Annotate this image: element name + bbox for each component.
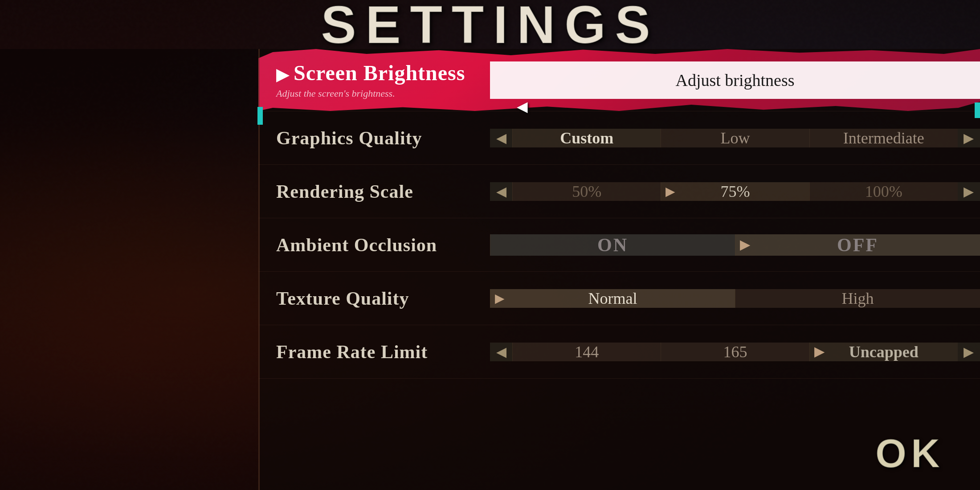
texture-quality-arrow: ▶ <box>495 291 505 306</box>
ambient-occlusion-label: Ambient Occlusion <box>258 218 490 271</box>
settings-panel: Screen Brightness Adjust the screen's br… <box>258 49 980 490</box>
ambient-occlusion-name: Ambient Occlusion <box>276 234 472 256</box>
frame-rate-left-arrow[interactable]: ◀ <box>490 343 512 361</box>
texture-quality-name: Texture Quality <box>276 288 472 309</box>
screen-brightness-controls: Adjust brightness <box>490 49 980 111</box>
ambient-occlusion-controls: ON ▶ OFF <box>490 218 980 271</box>
ambient-occlusion-arrow: ▶ <box>740 237 751 252</box>
frame-rate-limit-label: Frame Rate Limit <box>258 325 490 378</box>
rendering-scale-name: Rendering Scale <box>276 181 472 202</box>
rendering-scale-controls: ◀ 50% ▶ 75% 100% ▶ <box>490 165 980 218</box>
rendering-scale-left-arrow[interactable]: ◀ <box>490 182 512 201</box>
ambient-occlusion-on[interactable]: ON <box>490 234 735 256</box>
rendering-scale-right-arrow[interactable]: ▶ <box>958 182 980 201</box>
adjust-brightness-button[interactable]: Adjust brightness <box>490 61 980 99</box>
screen-brightness-desc: Adjust the screen's brightness. <box>276 88 472 99</box>
graphics-quality-low[interactable]: Low <box>661 129 809 147</box>
graphics-quality-controls: ◀ Custom Low Intermediate ▶ <box>490 111 980 164</box>
texture-quality-normal[interactable]: ▶ Normal <box>490 289 735 308</box>
texture-quality-high[interactable]: High <box>735 289 980 308</box>
texture-quality-label: Texture Quality <box>258 272 490 325</box>
rendering-scale-50[interactable]: 50% <box>512 182 661 201</box>
frame-rate-uncapped-arrow: ▶ <box>814 344 824 359</box>
graphics-quality-name: Graphics Quality <box>276 127 472 149</box>
screen-brightness-label: Screen Brightness Adjust the screen's br… <box>258 49 490 111</box>
page-title: SETTINGS <box>321 0 659 55</box>
teal-accent-right <box>975 102 980 118</box>
ambient-occlusion-tabs: ON ▶ OFF <box>490 234 980 256</box>
frame-rate-limit-tabs: ◀ 144 165 ▶ Uncapped ▶ <box>490 343 980 361</box>
ambient-occlusion-off[interactable]: ▶ OFF <box>735 234 980 256</box>
ambient-occlusion-row: Ambient Occlusion ON ▶ OFF <box>258 218 980 272</box>
rendering-scale-75[interactable]: ▶ 75% <box>661 182 809 201</box>
rendering-scale-tabs: ◀ 50% ▶ 75% 100% ▶ <box>490 182 980 201</box>
frame-rate-uncapped[interactable]: ▶ Uncapped <box>809 343 958 361</box>
rendering-scale-row: Rendering Scale ◀ 50% ▶ 75% 100% ▶ <box>258 165 980 218</box>
frame-rate-144[interactable]: 144 <box>512 343 661 361</box>
left-art-panel <box>0 49 258 490</box>
frame-rate-limit-controls: ◀ 144 165 ▶ Uncapped ▶ <box>490 325 980 378</box>
graphics-quality-tabs: ◀ Custom Low Intermediate ▶ <box>490 129 980 147</box>
rendering-scale-label: Rendering Scale <box>258 165 490 218</box>
frame-rate-165[interactable]: 165 <box>661 343 809 361</box>
graphics-quality-label: Graphics Quality <box>258 111 490 164</box>
screen-brightness-name: Screen Brightness <box>276 61 472 85</box>
frame-rate-limit-row: Frame Rate Limit ◀ 144 165 ▶ Uncapped ▶ <box>258 325 980 379</box>
frame-rate-limit-name: Frame Rate Limit <box>276 341 472 363</box>
texture-quality-row: Texture Quality ▶ Normal High <box>258 272 980 325</box>
rendering-scale-75-arrow: ▶ <box>666 184 675 199</box>
texture-quality-controls: ▶ Normal High <box>490 272 980 325</box>
texture-quality-tabs: ▶ Normal High <box>490 289 980 308</box>
rendering-scale-100[interactable]: 100% <box>809 182 958 201</box>
graphics-quality-left-arrow[interactable]: ◀ <box>490 129 512 147</box>
ok-button[interactable]: OK <box>875 431 944 477</box>
screen-brightness-row: Screen Brightness Adjust the screen's br… <box>258 49 980 111</box>
graphics-quality-custom[interactable]: Custom <box>512 129 661 147</box>
graphics-quality-intermediate[interactable]: Intermediate <box>809 129 958 147</box>
title-area: SETTINGS <box>0 0 980 49</box>
graphics-quality-row: Graphics Quality ◀ Custom Low Intermedia… <box>258 111 980 165</box>
frame-rate-right-arrow[interactable]: ▶ <box>958 343 980 361</box>
graphics-quality-right-arrow[interactable]: ▶ <box>958 129 980 147</box>
teal-accent-left <box>257 107 263 125</box>
